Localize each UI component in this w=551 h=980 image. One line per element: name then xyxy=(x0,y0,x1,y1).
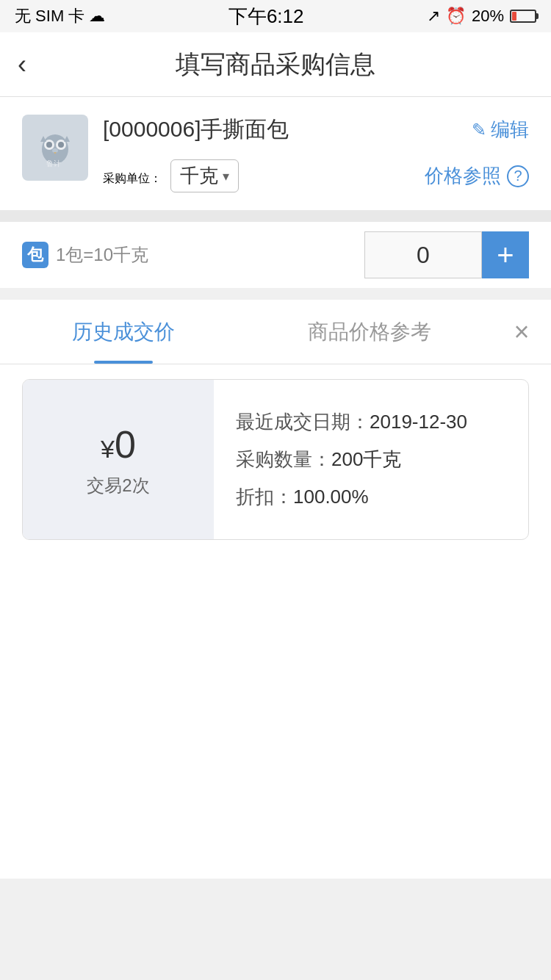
signal-text: 无 SIM 卡 ☁ xyxy=(15,5,105,27)
quantity-unit-area: 包 1包=10千克 xyxy=(22,242,364,268)
card-price: ¥0 xyxy=(101,422,136,466)
product-name: [0000006]手撕面包 xyxy=(103,115,289,145)
nav-bar: ‹ 填写商品采购信息 xyxy=(0,32,551,97)
quantity-value: 200千克 xyxy=(331,448,401,470)
edit-button[interactable]: ✎ 编辑 xyxy=(472,117,529,143)
discount-label: 折扣： xyxy=(236,486,293,508)
unit-select[interactable]: 千克 ▾ xyxy=(170,159,239,192)
discount-row: 折扣：100.00% xyxy=(236,484,506,510)
tab-underline xyxy=(94,361,153,364)
product-title-row: [0000006]手撕面包 ✎ 编辑 xyxy=(103,115,529,145)
product-thumbnail: 鲁计 xyxy=(22,115,88,181)
quantity-input-wrap: + xyxy=(364,231,529,278)
price-symbol: ¥ xyxy=(101,435,115,463)
help-icon: ? xyxy=(507,165,529,187)
card-left: ¥0 交易2次 xyxy=(23,380,214,539)
section-divider xyxy=(0,210,551,222)
tab-product-price-ref[interactable]: 商品价格参考 xyxy=(246,300,492,364)
quantity-label: 采购数量： xyxy=(236,448,331,470)
tab-history-price[interactable]: 历史成交价 xyxy=(0,300,246,364)
edit-icon: ✎ xyxy=(472,120,486,140)
quantity-plus-button[interactable]: + xyxy=(482,231,529,278)
history-card: ¥0 交易2次 最近成交日期：2019-12-30 采购数量：200千克 折扣：… xyxy=(22,379,529,540)
price-value: 0 xyxy=(115,423,136,466)
chevron-down-icon: ▾ xyxy=(223,168,229,184)
price-ref-label: 价格参照 xyxy=(425,163,501,189)
discount-value: 100.00% xyxy=(293,486,369,508)
status-time: 下午6:12 xyxy=(228,4,304,29)
price-ref-button[interactable]: 价格参照 ? xyxy=(425,163,529,189)
page-title: 填写商品采购信息 xyxy=(176,48,375,82)
quantity-input[interactable] xyxy=(364,231,482,278)
edit-label: 编辑 xyxy=(491,117,529,143)
recent-date-row: 最近成交日期：2019-12-30 xyxy=(236,409,506,435)
tab-history-price-label: 历史成交价 xyxy=(72,318,175,346)
recent-date-label: 最近成交日期： xyxy=(236,411,370,433)
svg-text:鲁计: 鲁计 xyxy=(46,159,61,167)
unit-conversion-label: 1包=10千克 xyxy=(56,243,148,267)
status-bar: 无 SIM 卡 ☁ 下午6:12 ↗ ⏰ 20% xyxy=(0,0,551,32)
tabs-row: 历史成交价 商品价格参考 × xyxy=(0,300,551,364)
product-unit-row: 采购单位： 千克 ▾ 价格参照 ? xyxy=(103,159,529,192)
status-right: ↗ ⏰ 20% xyxy=(427,7,536,26)
svg-point-3 xyxy=(46,142,52,148)
card-area: ¥0 交易2次 最近成交日期：2019-12-30 采购数量：200千克 折扣：… xyxy=(0,364,551,555)
alarm-icon: ⏰ xyxy=(446,7,466,26)
product-info: [0000006]手撕面包 ✎ 编辑 采购单位： 千克 ▾ 价格参照 ? xyxy=(103,115,529,192)
back-button[interactable]: ‹ xyxy=(18,49,26,80)
main-content: ¥0 交易2次 最近成交日期：2019-12-30 采购数量：200千克 折扣：… xyxy=(0,364,551,879)
product-section: 鲁计 [0000006]手撕面包 ✎ 编辑 采购单位： 千克 ▾ xyxy=(0,97,551,210)
unit-badge: 包 xyxy=(22,242,48,268)
unit-value: 千克 xyxy=(180,163,218,189)
battery-icon xyxy=(510,10,536,23)
location-icon: ↗ xyxy=(427,7,440,26)
quantity-section: 包 1包=10千克 + xyxy=(0,222,551,288)
svg-marker-7 xyxy=(40,136,46,142)
unit-label-text: 采购单位： 千克 ▾ xyxy=(103,159,239,192)
status-left: 无 SIM 卡 ☁ xyxy=(15,5,105,27)
svg-point-4 xyxy=(58,142,64,148)
recent-date-value: 2019-12-30 xyxy=(370,411,467,433)
unit-label: 采购单位： xyxy=(103,172,162,184)
quantity-row: 采购数量：200千克 xyxy=(236,447,506,472)
tab-close-button[interactable]: × xyxy=(492,317,551,347)
tab-product-price-ref-label: 商品价格参考 xyxy=(308,318,431,346)
transaction-count: 交易2次 xyxy=(87,474,149,497)
svg-marker-8 xyxy=(64,136,70,142)
card-right: 最近成交日期：2019-12-30 采购数量：200千克 折扣：100.00% xyxy=(214,380,528,539)
product-header: 鲁计 [0000006]手撕面包 ✎ 编辑 采购单位： 千克 ▾ xyxy=(22,115,529,192)
battery-percent: 20% xyxy=(472,7,504,26)
